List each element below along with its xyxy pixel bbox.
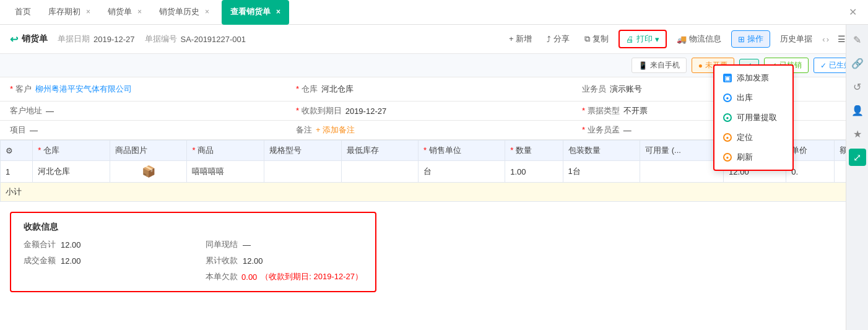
customer-field: 客户 柳州粤港平安气体有限公司 xyxy=(10,84,286,95)
sidebar-user-icon[interactable]: 👤 xyxy=(849,102,866,119)
doc-number-meta: 单据编号 SA-20191227-001 xyxy=(145,33,246,45)
tab-view-sales[interactable]: 查看销货单 × xyxy=(222,0,289,25)
next-arrow[interactable]: › xyxy=(827,35,829,44)
history-button[interactable]: 历史单据 xyxy=(775,32,817,46)
sidebar-star-icon[interactable]: ★ xyxy=(849,125,866,142)
logistics-icon: 🚚 xyxy=(677,35,687,44)
customer-value[interactable]: 柳州粤港平安气体有限公司 xyxy=(35,84,132,95)
tab-bar: 首页 库存期初 × 销货单 × 销货单历史 × 查看销货单 × ✕ xyxy=(0,0,868,25)
refresh-icon: ● xyxy=(723,153,732,162)
ticket-type-label: 票据类型 xyxy=(582,105,620,116)
prev-arrow[interactable]: ‹ xyxy=(822,35,825,44)
col-min-stock: 最低库存 xyxy=(341,141,419,161)
payment-title: 收款信息 xyxy=(24,222,363,233)
close-icon[interactable]: × xyxy=(86,8,90,15)
main-area: ↩ 销货单 单据日期 2019-12-27 单据编号 SA-20191227-0… xyxy=(0,25,868,330)
phone-icon: 📱 xyxy=(638,61,648,70)
available-qty-item[interactable]: ● 可用量提取 xyxy=(714,108,792,128)
customer-label: 客户 xyxy=(10,84,32,95)
close-icon[interactable]: × xyxy=(276,8,280,15)
add-note-button[interactable]: + 添加备注 xyxy=(316,124,355,136)
row-available xyxy=(640,161,724,183)
toolbar: + 新增 ⤴ 分享 ⧉ 复制 🖨 打印 ▾ 🚚 物流信息 ⊞ 操作 xyxy=(504,30,858,48)
staff-value: 演示账号 xyxy=(610,84,642,95)
arrears-label: 本单欠款 xyxy=(206,271,238,282)
date-value: 2019-12-27 xyxy=(93,35,135,44)
outbound-item[interactable]: ● 出库 xyxy=(714,88,792,108)
share-button[interactable]: ⤴ 分享 xyxy=(542,32,575,46)
row-quantity: 1.00 xyxy=(505,161,563,183)
print-button[interactable]: 🖨 打印 ▾ xyxy=(618,30,667,48)
close-icon[interactable]: × xyxy=(205,8,209,15)
total-label: 金额合计 xyxy=(24,239,56,250)
share-icon: ⤴ xyxy=(547,35,551,44)
col-warehouse: 仓库 xyxy=(33,141,110,161)
window-close-button[interactable]: ✕ xyxy=(844,6,862,18)
invoice-icon: ▣ xyxy=(723,74,732,82)
project-label: 项目 xyxy=(10,124,26,136)
address-value: — xyxy=(46,106,54,116)
refresh-item[interactable]: ● 刷新 xyxy=(714,147,792,167)
tab-inventory[interactable]: 库存期初 × xyxy=(40,0,99,25)
new-button[interactable]: + 新增 xyxy=(504,32,537,46)
payment-box: 收款信息 金额合计 12.00 同单现结 — 成交金额 12.00 累计收款 1… xyxy=(10,212,376,292)
col-settings[interactable]: ⚙ xyxy=(1,141,33,161)
col-product-img: 商品图片 xyxy=(110,141,187,161)
copy-icon: ⧉ xyxy=(584,34,590,44)
row-warehouse: 河北仓库 xyxy=(33,161,110,183)
tab-sales[interactable]: 销货单 × xyxy=(99,0,150,25)
number-value: SA-20191227-001 xyxy=(181,35,246,44)
subtotal-label: 小计 xyxy=(1,183,868,202)
tab-home[interactable]: 首页 xyxy=(6,0,40,25)
copy-button[interactable]: ⧉ 复制 xyxy=(579,32,614,46)
close-icon[interactable]: × xyxy=(137,8,142,15)
row-min-stock xyxy=(341,161,419,183)
subtotal-row: 小计 xyxy=(1,183,868,202)
sidebar-expand-icon[interactable]: ⤢ xyxy=(849,149,866,166)
sidebar-edit-icon[interactable]: ✎ xyxy=(849,31,866,48)
tab-sales-history[interactable]: 销货单历史 × xyxy=(150,0,218,25)
sales-staff-label: 业务员孟 xyxy=(582,124,620,136)
same-order-value: — xyxy=(243,240,251,250)
operations-button[interactable]: ⊞ 操作 xyxy=(731,30,770,48)
col-spec: 规格型号 xyxy=(264,141,341,161)
same-order-label: 同单现结 xyxy=(206,239,238,250)
payment-date-value: 2019-12-27 xyxy=(345,106,387,116)
transaction-value: 12.00 xyxy=(61,256,81,266)
note-label: 备注 xyxy=(296,124,312,136)
col-product: 商品 xyxy=(187,141,264,161)
effect-check-icon: ✓ xyxy=(820,61,827,70)
doc-header: ↩ 销货单 单据日期 2019-12-27 单据编号 SA-20191227-0… xyxy=(0,25,868,54)
col-sales-unit: 销售单位 xyxy=(419,141,505,161)
doc-title: ↩ 销货单 xyxy=(10,33,48,45)
sales-staff-value: — xyxy=(623,126,631,135)
outbound-icon: ● xyxy=(723,93,732,102)
add-invoice-item[interactable]: ▣ 添加发票 xyxy=(714,68,792,88)
from-phone-button[interactable]: 📱 来自手机 xyxy=(631,58,687,73)
project-field: 项目 — xyxy=(10,124,286,136)
total-amount-item: 金额合计 12.00 xyxy=(24,239,181,250)
sidebar-link-icon[interactable]: 🔗 xyxy=(849,54,866,72)
total-value: 12.00 xyxy=(61,240,81,250)
doc-icon: ↩ xyxy=(10,33,18,45)
warehouse-label: 仓库 xyxy=(296,84,318,95)
col-available: 可用量 (... xyxy=(640,141,724,161)
address-label: 客户地址 xyxy=(10,105,42,116)
row-product: 嘻嘻嘻嘻 xyxy=(187,161,264,183)
ticket-type-value: 不开票 xyxy=(623,105,648,116)
logistics-button[interactable]: 🚚 物流信息 xyxy=(672,32,726,46)
row-no: 1 xyxy=(1,161,33,183)
row-package-qty: 1台 xyxy=(563,161,640,183)
row-spec xyxy=(264,161,341,183)
arrears-item: 本单欠款 0.00 （收款到期日: 2019-12-27） xyxy=(206,271,363,282)
nav-arrows: ‹ › xyxy=(822,35,829,44)
cumulative-item: 累计收款 12.00 xyxy=(206,255,363,266)
sidebar-refresh-icon[interactable]: ↺ xyxy=(849,78,866,95)
date-label: 单据日期 xyxy=(58,33,90,45)
grid-icon: ⊞ xyxy=(738,35,745,44)
locate-icon: ● xyxy=(723,133,732,142)
locate-item[interactable]: ● 定位 xyxy=(714,128,792,147)
col-quantity: 数量 xyxy=(505,141,563,161)
arrears-note: （收款到期日: 2019-12-27） xyxy=(261,271,363,282)
cumulative-label: 累计收款 xyxy=(206,255,238,266)
